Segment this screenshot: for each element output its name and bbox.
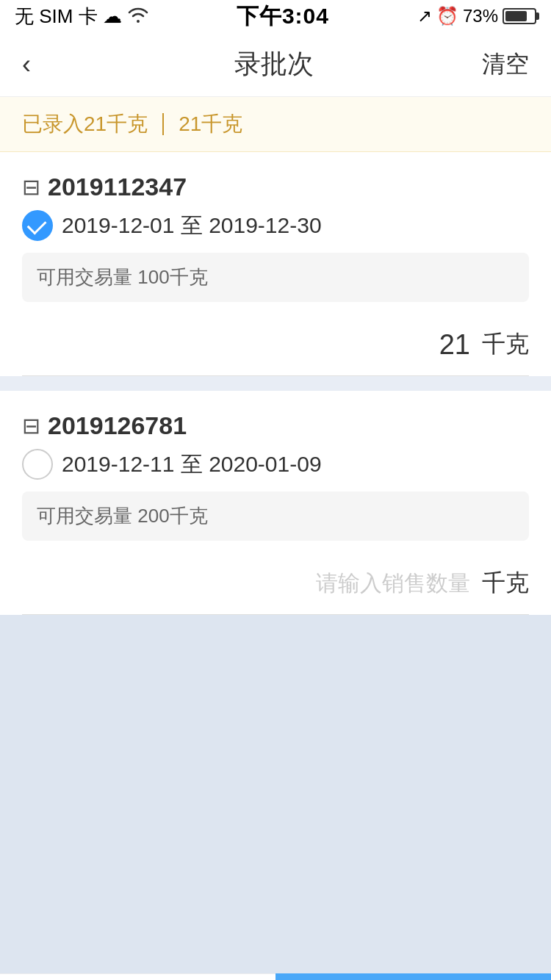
page-title: 录批次 (234, 46, 314, 82)
qty-placeholder-2: 请输入销售数量 (316, 569, 470, 599)
batch-doc-icon-2: ⊟ (22, 413, 40, 439)
available-qty-2: 可用交易量 200千克 (22, 491, 529, 541)
radio-button-2[interactable] (22, 449, 53, 480)
status-time: 下午3:04 (237, 1, 329, 32)
qty-input-row-2[interactable]: 请输入销售数量 千克 (22, 555, 529, 615)
qty-unit-1: 千克 (482, 328, 529, 361)
total-amount: 21千克 (179, 110, 242, 138)
available-qty-1: 可用交易量 100千克 (22, 253, 529, 302)
batch-date-row-2[interactable]: 2019-12-11 至 2020-01-09 (22, 449, 529, 480)
radio-button-1[interactable] (22, 210, 53, 241)
batch-date-2: 2019-12-11 至 2020-01-09 (62, 450, 322, 480)
batch-header-1: ⊟ 2019112347 (22, 173, 529, 201)
auto-distribute-button[interactable]: 自动分配 (0, 973, 276, 980)
status-right: ↗ ⏰ 73% (417, 6, 536, 26)
status-left: 无 SIM 卡 ☁ (15, 4, 148, 29)
empty-area (0, 615, 551, 973)
alarm-icon: ⏰ (436, 6, 458, 26)
bottom-buttons: 自动分配 确定 (0, 973, 551, 980)
confirm-button[interactable]: 确定 (276, 973, 551, 980)
batch-doc-icon-1: ⊟ (22, 174, 40, 200)
info-divider (162, 113, 164, 135)
batch-item-1: ⊟ 2019112347 2019-12-01 至 2019-12-30 可用交… (0, 152, 551, 376)
batch-date-row-1[interactable]: 2019-12-01 至 2019-12-30 (22, 210, 529, 241)
qty-input-row-1[interactable]: 21 千克 (22, 317, 529, 376)
section-divider (0, 376, 551, 391)
batch-card-2: ⊟ 2019126781 2019-12-11 至 2020-01-09 可用交… (0, 391, 551, 615)
battery-percent: 73% (463, 6, 498, 26)
batch-header-2: ⊟ 2019126781 (22, 411, 529, 440)
wifi-icon (128, 5, 148, 28)
batch-number-2: 2019126781 (48, 411, 187, 440)
battery-icon (503, 8, 536, 24)
info-banner: 已录入21千克 21千克 (0, 97, 551, 152)
batch-item-2: ⊟ 2019126781 2019-12-11 至 2020-01-09 可用交… (0, 391, 551, 615)
batch-card-1: ⊟ 2019112347 2019-12-01 至 2019-12-30 可用交… (0, 152, 551, 376)
navigation-bar: ‹ 录批次 清空 (0, 32, 551, 97)
qty-value-1[interactable]: 21 (439, 329, 470, 361)
location-icon: ↗ (417, 6, 432, 26)
no-sim-text: 无 SIM 卡 ☁ (15, 4, 122, 29)
batch-date-1: 2019-12-01 至 2019-12-30 (62, 211, 322, 241)
clear-button[interactable]: 清空 (482, 48, 529, 81)
qty-unit-2: 千克 (482, 567, 529, 599)
batch-number-1: 2019112347 (48, 173, 187, 201)
back-button[interactable]: ‹ (22, 49, 66, 80)
recorded-amount: 已录入21千克 (22, 110, 148, 138)
status-bar: 无 SIM 卡 ☁ 下午3:04 ↗ ⏰ 73% (0, 0, 551, 32)
